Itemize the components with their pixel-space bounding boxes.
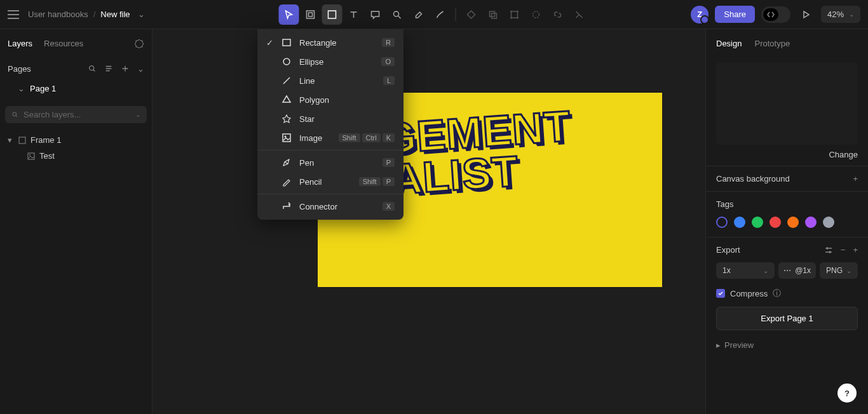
tag-color[interactable] (787, 217, 799, 228)
component-tool[interactable] (461, 4, 482, 25)
pencil-icon (281, 177, 292, 187)
crop-tool[interactable] (505, 4, 525, 25)
tags-label: Tags (716, 199, 858, 209)
duplicate-tool[interactable] (483, 4, 503, 25)
menu-item-label: Line (299, 76, 376, 86)
menu-item-polygon[interactable]: Polygon (257, 90, 403, 109)
dropdown-separator (257, 194, 403, 194)
plus-icon[interactable]: + (853, 174, 858, 184)
chevron-down-icon[interactable]: ⌄ (135, 111, 140, 118)
search-input[interactable] (24, 110, 130, 119)
tag-color-selected[interactable] (716, 217, 728, 228)
canvas[interactable]: NGAGEMENT PECIALIST (153, 29, 705, 414)
tab-resources[interactable]: Resources (44, 39, 83, 48)
app-header: User handbooks / New file ⌄ Z Share 42% (0, 0, 868, 29)
shortcut: P (383, 158, 395, 167)
pages-label: Pages (8, 64, 31, 74)
shape-tool[interactable] (322, 4, 342, 25)
zoom-select[interactable]: 42% ⌄ (821, 6, 860, 23)
menu-icon[interactable] (8, 10, 19, 19)
pages-actions: ⌄ (88, 64, 144, 74)
breadcrumb: User handbooks / New file ⌄ (28, 10, 145, 19)
shape-dropdown: ✓RectangleREllipseOLineLPolygonStarImage… (257, 29, 403, 220)
check-icon: ✓ (266, 38, 274, 48)
page-item[interactable]: ⌄ Page 1 (0, 80, 152, 97)
menu-item-pencil[interactable]: PencilShiftP (257, 172, 403, 191)
slice-tool[interactable] (569, 4, 590, 25)
eraser-tool[interactable] (409, 4, 429, 25)
scale-select[interactable]: 1x ⌄ (716, 262, 775, 279)
compress-checkbox[interactable] (716, 289, 725, 298)
preview-label: Preview (724, 340, 754, 350)
more-icon: ⋯ (783, 266, 791, 275)
svg-point-12 (90, 65, 94, 70)
tag-color[interactable] (770, 217, 781, 228)
canvas-bg-label: Canvas background (716, 174, 853, 184)
suffix-field[interactable]: ⋯ @1x (778, 262, 816, 279)
plus-icon[interactable] (121, 64, 130, 74)
breadcrumb-parent[interactable]: User handbooks (28, 10, 88, 19)
menu-item-connector[interactable]: ConnectorX (257, 197, 403, 216)
tab-design[interactable]: Design (716, 39, 742, 48)
change-button[interactable]: Change (706, 147, 868, 166)
chevron-down-icon[interactable]: ⌄ (137, 64, 144, 74)
minus-icon[interactable]: − (841, 245, 846, 255)
tag-color[interactable] (805, 217, 817, 228)
share-button[interactable]: Share (715, 6, 755, 23)
preview-toggle[interactable]: ▸ Preview (706, 337, 868, 354)
menu-item-label: Pencil (299, 177, 351, 187)
plus-icon[interactable]: + (853, 245, 858, 255)
canvas-thumbnail[interactable] (716, 62, 858, 145)
preview-button[interactable] (797, 6, 815, 23)
canvas-bg-section: Canvas background + (706, 166, 868, 191)
sliders-icon[interactable] (824, 246, 833, 255)
export-button[interactable]: Export Page 1 (716, 307, 858, 330)
compress-label: Compress (730, 289, 768, 298)
tag-color[interactable] (734, 217, 745, 228)
brush-tool[interactable] (430, 4, 451, 25)
svg-rect-2 (329, 11, 336, 18)
text-tool[interactable] (344, 4, 364, 25)
mask-tool[interactable] (526, 4, 546, 25)
pages-header: Pages ⌄ (0, 57, 152, 80)
menu-item-label: Connector (299, 202, 375, 211)
layer-tree: ▾ Frame 1 Test (0, 130, 152, 166)
menu-item-pen[interactable]: PenP (257, 153, 403, 172)
info-icon[interactable]: ⓘ (773, 288, 781, 299)
header-right: Z Share 42% ⌄ (691, 6, 860, 23)
tab-prototype[interactable]: Prototype (754, 39, 790, 48)
settings-icon[interactable] (134, 38, 144, 48)
menu-item-ellipse[interactable]: EllipseO (257, 52, 403, 71)
tag-color[interactable] (823, 217, 834, 228)
frame-tool[interactable] (301, 4, 321, 25)
avatar[interactable]: Z (691, 6, 709, 23)
shortcut-key: R (382, 38, 395, 47)
move-tool[interactable] (279, 4, 299, 25)
list-icon[interactable] (104, 64, 113, 74)
dropdown-separator (257, 150, 403, 150)
tag-color[interactable] (752, 217, 763, 228)
menu-item-label: Polygon (299, 95, 387, 105)
chevron-down-icon[interactable]: ⌄ (138, 10, 145, 19)
menu-item-star[interactable]: Star (257, 109, 403, 128)
comment-tool[interactable] (365, 4, 386, 25)
help-button[interactable]: ? (837, 384, 857, 403)
svg-point-7 (510, 10, 512, 12)
link-tool[interactable] (548, 4, 568, 25)
format-select[interactable]: PNG ⌄ (820, 262, 858, 279)
menu-item-image[interactable]: ImageShiftCtrlK (257, 128, 403, 147)
code-toggle[interactable] (761, 6, 790, 23)
search-icon[interactable] (88, 64, 97, 74)
zoom-tool[interactable] (387, 4, 407, 25)
menu-item-line[interactable]: LineL (257, 71, 403, 90)
svg-point-9 (510, 17, 512, 18)
menu-item-label: Star (299, 114, 387, 124)
shortcut-key: O (381, 57, 395, 66)
menu-item-rectangle[interactable]: ✓RectangleR (257, 33, 403, 52)
layer-item-image[interactable]: Test (5, 148, 147, 164)
svg-rect-6 (512, 11, 518, 18)
layer-item-frame[interactable]: ▾ Frame 1 (5, 132, 147, 148)
tab-layers[interactable]: Layers (8, 39, 32, 48)
breadcrumb-current[interactable]: New file (100, 10, 130, 19)
layer-search[interactable]: ⌄ (5, 106, 147, 123)
